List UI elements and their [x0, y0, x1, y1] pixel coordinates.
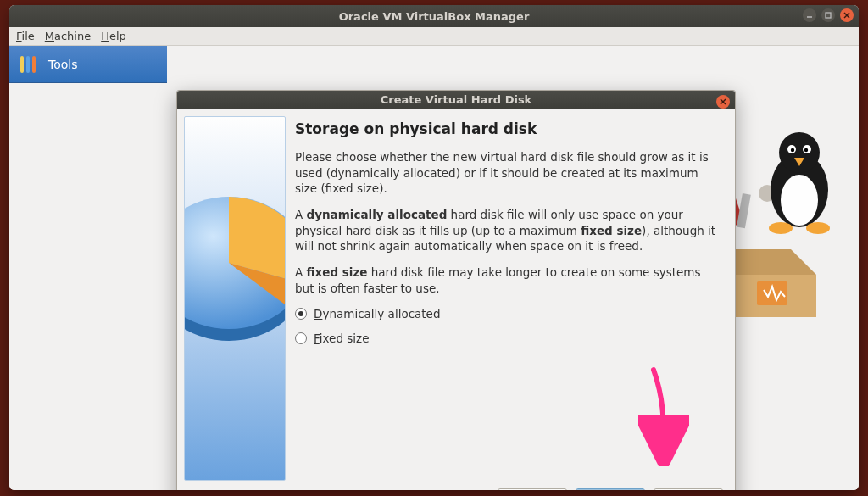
- menu-machine[interactable]: Machine: [45, 30, 91, 42]
- radio-fixed[interactable]: Fixed size: [295, 331, 720, 347]
- cancel-button[interactable]: Cancel: [654, 488, 723, 490]
- wizard-body: Storage on physical hard disk Please cho…: [177, 109, 735, 488]
- main-window-title: Oracle VM VirtualBox Manager: [339, 10, 530, 23]
- pie-icon: [184, 181, 286, 351]
- window-controls: [803, 8, 854, 22]
- wizard-para-2: A dynamically allocated hard disk file w…: [295, 207, 720, 254]
- wizard-dialog: Create Virtual Hard Disk: [176, 90, 736, 490]
- main-window: Oracle VM VirtualBox Manager File Machin…: [9, 5, 859, 490]
- wizard-para-1: Please choose whether the new virtual ha…: [295, 149, 720, 197]
- svg-point-22: [769, 222, 793, 234]
- wizard-para-3: A fixed size hard disk file may take lon…: [295, 265, 720, 296]
- wizard-content: Storage on physical hard disk Please cho…: [292, 109, 735, 488]
- menubar: File Machine Help: [9, 27, 859, 46]
- tools-label: Tools: [48, 58, 78, 71]
- svg-point-15: [781, 175, 818, 226]
- svg-point-16: [779, 132, 820, 173]
- svg-rect-4: [20, 56, 24, 73]
- wizard-close-button[interactable]: [716, 95, 730, 109]
- main-titlebar: Oracle VM VirtualBox Manager: [9, 5, 859, 27]
- wizard-heading: Storage on physical hard disk: [295, 120, 720, 139]
- radio-dynamic[interactable]: Dynamically allocated: [295, 306, 720, 322]
- svg-point-19: [791, 148, 794, 152]
- svg-point-23: [806, 222, 830, 234]
- next-button[interactable]: Next >: [576, 488, 645, 490]
- minimize-button[interactable]: [803, 8, 816, 22]
- wizard-titlebar: Create Virtual Hard Disk: [177, 91, 735, 109]
- svg-point-20: [804, 148, 808, 152]
- radio-dynamic-label: Dynamically allocated: [314, 306, 441, 322]
- menu-file[interactable]: File: [16, 30, 35, 42]
- tools-icon: [18, 53, 40, 75]
- radio-fixed-indicator: [295, 332, 307, 344]
- menu-help[interactable]: Help: [101, 30, 126, 42]
- close-button[interactable]: [840, 8, 854, 22]
- back-button[interactable]: < Back: [498, 488, 567, 490]
- maximize-button[interactable]: [821, 8, 835, 22]
- main-body: Tools: [9, 46, 859, 490]
- radio-fixed-label: Fixed size: [314, 331, 369, 347]
- tools-item[interactable]: Tools: [9, 46, 167, 83]
- svg-rect-5: [26, 56, 30, 73]
- wizard-buttons: < Back Next > Cancel: [177, 488, 735, 490]
- wizard-side-art: [177, 109, 292, 488]
- svg-rect-1: [826, 13, 831, 18]
- svg-rect-6: [32, 56, 36, 73]
- wizard-title-text: Create Virtual Hard Disk: [381, 93, 532, 106]
- radio-dynamic-indicator: [295, 308, 307, 320]
